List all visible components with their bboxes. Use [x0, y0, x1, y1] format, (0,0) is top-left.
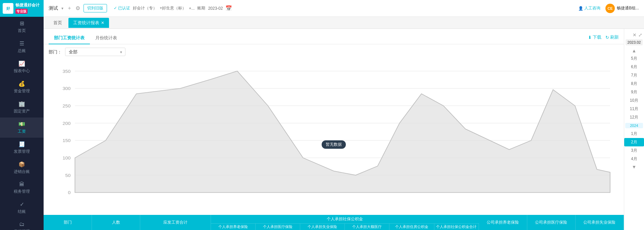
sidebar-item-stock[interactable]: 📦 进销台账: [0, 158, 44, 178]
year-selector[interactable]: 2023.02: [626, 39, 643, 45]
chart-area: 350 300 250 200 150 100 50 0 暂无数据: [44, 59, 624, 215]
sidebar-item-home[interactable]: ⊞ 首页: [0, 17, 44, 37]
add-icon[interactable]: ＋: [67, 5, 72, 12]
invoice-icon: 🧾: [18, 141, 25, 147]
close-panel-icon[interactable]: ✕: [633, 32, 637, 38]
period-value: 2023-02: [208, 6, 223, 11]
tab-salary-report[interactable]: 工资统计报表 ✕: [68, 18, 109, 28]
sidebar-item-salary[interactable]: 💵 工资: [0, 118, 44, 138]
tab-close-icon[interactable]: ✕: [101, 20, 104, 25]
col-group-cells: 个人承担养老保险 个人承担医疗保险 个人承担失业保险 个人承担大额医疗 个人承担: [211, 224, 479, 230]
month-2-2024[interactable]: 2月: [624, 138, 644, 146]
col-dept: 部门: [44, 215, 92, 230]
gear-icon[interactable]: ⚙: [75, 5, 80, 11]
logo-sub: 专业版: [15, 9, 28, 14]
col-personal-housing-fund: 个人承担住房公积金: [389, 224, 434, 230]
switch-version-button[interactable]: 切到旧版: [84, 4, 107, 12]
next-year-icon[interactable]: ▼: [632, 163, 637, 171]
content-wrapper: 部门工资统计表 月份统计表 ⬇ 下载 ↻ 刷新: [44, 29, 644, 230]
sidebar-item-invoice[interactable]: 🧾 发票管理: [0, 138, 44, 158]
expand-panel-icon[interactable]: ⤢: [638, 32, 642, 38]
month-8[interactable]: 8月: [624, 80, 644, 88]
topbar-title: 测试: [49, 5, 58, 11]
col-headcount: 人数: [92, 215, 140, 230]
col-company-pension: 公司承担养老保险: [479, 215, 527, 230]
refresh-button[interactable]: ↻ 刷新: [605, 34, 619, 40]
sidebar-item-label: 报表中心: [14, 68, 30, 74]
month-11[interactable]: 11月: [624, 105, 644, 113]
month-1-2024[interactable]: 1月: [624, 130, 644, 138]
svg-text:250: 250: [62, 103, 70, 108]
tabs-bar: 首页 工资统计报表 ✕: [44, 17, 644, 29]
period-label: 账期: [197, 5, 205, 11]
col-group-label: 个人承担社保公积金: [211, 215, 479, 224]
col-personal-medical: 个人承担医疗保险: [256, 224, 300, 230]
sidebar-item-archive[interactable]: 🗂 归档管理: [0, 218, 44, 230]
assets-icon: 🏢: [18, 101, 25, 107]
prev-year-icon[interactable]: ▲: [632, 47, 637, 54]
sidebar-item-label: 结账: [18, 209, 26, 215]
col-total-salary: 应发工资合计: [140, 215, 211, 230]
sidebar-item-label: 总账: [18, 48, 26, 54]
col-company-medical: 公司承担医疗保险: [527, 215, 576, 230]
username: 畅捷通B组...: [617, 5, 639, 11]
page-toolbar: 部门： 全部: [44, 44, 624, 59]
svg-marker-16: [75, 71, 610, 193]
avatar: CE: [605, 4, 615, 13]
dept-select[interactable]: 全部: [65, 48, 125, 56]
sub-tab-dept[interactable]: 部门工资统计表: [49, 32, 90, 44]
sidebar-item-tax[interactable]: 🏛 税务管理: [0, 178, 44, 198]
month-7[interactable]: 7月: [624, 71, 644, 80]
sidebar-item-assets[interactable]: 🏢 固定资产: [0, 97, 44, 118]
user-menu[interactable]: CE 畅捷通B组...: [605, 4, 639, 13]
topbar-right: 👤 人工咨询 CE 畅捷通B组...: [578, 4, 639, 13]
good-business-badge: +好生意（标）: [160, 5, 186, 11]
col-personal-pension: 个人承担养老保险: [211, 224, 256, 230]
svg-text:350: 350: [62, 68, 70, 74]
right-panel-controls: ✕ ⤢: [624, 31, 644, 38]
col-company-unemployment: 公司承担失业保险: [576, 215, 624, 230]
dept-select-wrapper[interactable]: 全部: [65, 48, 125, 56]
sidebar-item-label: 工资: [18, 129, 26, 134]
col-group-personal-insurance: 个人承担社保公积金 个人承担养老保险 个人承担医疗保险 个人承担失业保险 个人承…: [211, 215, 479, 230]
svg-text:100: 100: [62, 155, 70, 160]
archive-icon: 🗂: [19, 221, 24, 227]
sidebar-item-label: 固定资产: [14, 108, 30, 114]
month-9[interactable]: 9月: [624, 88, 644, 96]
dropdown-arrow-icon[interactable]: ▾: [61, 6, 63, 11]
sidebar: 好 畅捷通好会计 专业版 ⊞ 首页 ☰ 总账 📈 报表中心 💰 资金管理 🏢 固…: [0, 0, 44, 230]
good-accounting-badge: 好会计（专）: [133, 5, 157, 11]
topbar: 测试 ▾ ＋ ⚙ 切到旧版 ✓ 已认证 好会计（专） +好生意（标） +... …: [44, 0, 644, 17]
month-4-2024[interactable]: 4月: [624, 155, 644, 163]
service-button[interactable]: 👤 人工咨询: [578, 5, 600, 11]
sidebar-item-reports[interactable]: 📈 报表中心: [0, 57, 44, 77]
month-6[interactable]: 6月: [624, 63, 644, 71]
sidebar-item-ledger[interactable]: ☰ 总账: [0, 37, 44, 57]
table-header-row: 部门 人数 应发工资合计 个人承担社保公积金 个人承担养老保险 个人承担医疗: [44, 215, 624, 230]
sidebar-item-label: 首页: [18, 28, 26, 34]
month-10[interactable]: 10月: [624, 96, 644, 105]
settle-icon: ✓: [20, 201, 24, 208]
col-personal-major-medical: 个人承担大额医疗: [345, 224, 389, 230]
service-icon: 👤: [578, 6, 583, 11]
salary-icon: 💵: [18, 121, 25, 127]
download-button[interactable]: ⬇ 下载: [588, 34, 601, 40]
year-2024-badge[interactable]: 2024: [625, 123, 643, 128]
svg-text:200: 200: [62, 121, 70, 126]
sidebar-item-label: 税务管理: [14, 189, 30, 194]
calendar-icon[interactable]: 📅: [225, 5, 232, 11]
more-badge: +...: [189, 6, 195, 11]
svg-text:0: 0: [68, 190, 70, 195]
funds-icon: 💰: [18, 81, 25, 87]
sidebar-item-settle[interactable]: ✓ 结账: [0, 198, 44, 218]
sidebar-item-funds[interactable]: 💰 资金管理: [0, 77, 44, 97]
sub-tabs: 部门工资统计表 月份统计表 ⬇ 下载 ↻ 刷新: [44, 29, 624, 44]
tab-home[interactable]: 首页: [49, 18, 67, 28]
dept-label: 部门：: [49, 49, 62, 55]
sub-tab-monthly[interactable]: 月份统计表: [90, 32, 122, 44]
sidebar-item-label: 进销台账: [14, 169, 30, 175]
month-12[interactable]: 12月: [624, 113, 644, 122]
month-5[interactable]: 5月: [624, 54, 644, 63]
app-logo: 好 畅捷通好会计 专业版: [0, 0, 44, 17]
month-3-2024[interactable]: 3月: [624, 146, 644, 155]
